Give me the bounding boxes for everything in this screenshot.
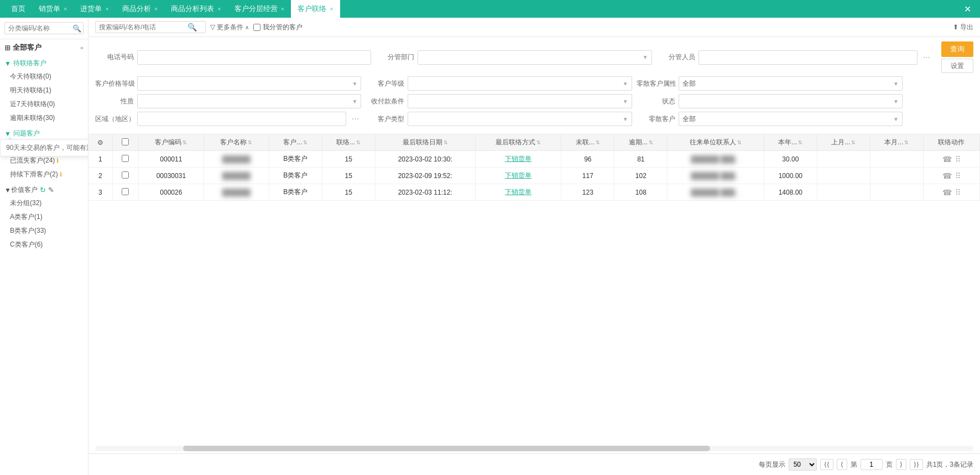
row-checkbox[interactable] bbox=[122, 155, 129, 162]
sidebar-item-c-class[interactable]: C类客户(6) bbox=[0, 238, 88, 252]
td-last-method[interactable]: 下销货单 bbox=[475, 151, 561, 168]
close-productanalysis-icon[interactable]: × bbox=[154, 6, 158, 12]
sidebar-item-declining[interactable]: 持续下滑客户(2) ℹ bbox=[0, 168, 88, 181]
sidebar-item-a-class[interactable]: A类客户(1) bbox=[0, 210, 88, 224]
th-checkbox[interactable] bbox=[112, 134, 138, 151]
page-size-select[interactable]: 50 10 20 100 bbox=[789, 458, 817, 471]
td-checkbox[interactable] bbox=[112, 151, 138, 168]
row-action-more-icon[interactable]: ⠿ bbox=[955, 171, 961, 180]
first-page-button[interactable]: ⟨⟨ bbox=[820, 459, 833, 470]
th-this-month[interactable]: 本月...⇅ bbox=[870, 134, 923, 151]
search-button-icon[interactable]: 🔍 bbox=[187, 23, 197, 32]
sort-icon-thismonth: ⇅ bbox=[904, 140, 909, 145]
sidebar-item-b-class[interactable]: B类客户(33) bbox=[0, 224, 88, 238]
sidebar-item-7day-contact[interactable]: 近7天待联络(0) bbox=[0, 97, 88, 111]
filter-more-button[interactable]: ▽ 更多条件 ∧ bbox=[210, 23, 249, 32]
nav-tab-purchaseorder[interactable]: 进货单 × bbox=[74, 0, 115, 18]
dept-select[interactable]: ▼ bbox=[418, 50, 651, 65]
my-customers-checkbox[interactable] bbox=[253, 24, 260, 31]
search-input[interactable] bbox=[99, 23, 187, 31]
td-index: 1 bbox=[88, 151, 112, 168]
sidebar-search-input[interactable] bbox=[4, 22, 84, 34]
nav-home[interactable]: 首页 bbox=[4, 0, 32, 18]
phone-input[interactable] bbox=[137, 50, 371, 65]
td-checkbox[interactable] bbox=[112, 168, 138, 184]
last-method-link[interactable]: 下销货单 bbox=[505, 171, 531, 179]
row-checkbox[interactable] bbox=[122, 188, 129, 195]
sidebar-collapse-icon[interactable]: « bbox=[80, 44, 84, 51]
th-settings[interactable]: ⚙ bbox=[88, 134, 112, 151]
nav-tab-productanalysis[interactable]: 商品分析 × bbox=[116, 0, 164, 18]
last-page-button[interactable]: ⟩⟩ bbox=[910, 459, 923, 470]
custtype-select[interactable]: ▼ bbox=[408, 112, 632, 126]
refresh-icon[interactable]: ↻ bbox=[40, 186, 46, 194]
row-checkbox[interactable] bbox=[122, 171, 129, 179]
page-number-input[interactable] bbox=[861, 459, 883, 470]
close-productlist-icon[interactable]: × bbox=[217, 6, 221, 12]
select-all-checkbox[interactable] bbox=[122, 138, 129, 145]
retailattr-select[interactable]: 全部 ▼ bbox=[679, 76, 903, 91]
export-button[interactable]: ⬆ 导出 bbox=[953, 23, 973, 32]
th-last-method[interactable]: 最后联络方式⇅ bbox=[475, 134, 561, 151]
row-action-more-icon[interactable]: ⠿ bbox=[955, 188, 961, 197]
td-last-method[interactable]: 下销货单 bbox=[475, 168, 561, 184]
th-custtype[interactable]: 客户...⇅ bbox=[269, 134, 322, 151]
all-customers-title[interactable]: ⊞ 全部客户 « bbox=[0, 39, 88, 56]
sidebar-group-value-title[interactable]: ▼ 价值客户 ↻ ✎ bbox=[0, 182, 88, 196]
nature-select[interactable]: ▼ bbox=[137, 94, 361, 108]
prev-page-button[interactable]: ⟨ bbox=[837, 459, 847, 470]
td-last-method[interactable]: 下销货单 bbox=[475, 184, 561, 201]
nav-tab-customerlayer[interactable]: 客户分层经营 × bbox=[228, 0, 291, 18]
region-more-icon[interactable]: ··· bbox=[350, 114, 361, 124]
my-customers-checkbox-label[interactable]: 我分管的客户 bbox=[253, 23, 303, 32]
payment-select[interactable]: ▼ bbox=[408, 94, 632, 108]
status-select[interactable]: ▼ bbox=[679, 94, 903, 108]
region-select[interactable] bbox=[137, 112, 346, 126]
export-icon: ⬆ bbox=[953, 23, 958, 31]
person-select[interactable] bbox=[698, 50, 918, 65]
th-name[interactable]: 客户名称⇅ bbox=[204, 134, 269, 151]
row-action-contact-icon[interactable]: ☎ bbox=[942, 171, 952, 180]
settings-button[interactable]: 设置 bbox=[941, 59, 973, 73]
th-overdue[interactable]: 逾期...⇅ bbox=[614, 134, 668, 151]
th-no-contact[interactable]: 未联...⇅ bbox=[561, 134, 614, 151]
close-purchaseorder-icon[interactable]: × bbox=[105, 6, 108, 12]
window-close-button[interactable]: ✕ bbox=[960, 4, 976, 14]
retail-select[interactable]: 全部 ▼ bbox=[679, 112, 903, 126]
row-action-contact-icon[interactable]: ☎ bbox=[942, 188, 952, 197]
pricegrde-select[interactable]: ▼ bbox=[137, 76, 361, 91]
th-contact[interactable]: 联络...⇅ bbox=[322, 134, 375, 151]
td-checkbox[interactable] bbox=[112, 184, 138, 201]
th-last-date[interactable]: 最后联络日期⇅ bbox=[375, 134, 475, 151]
sidebar-item-today-contact[interactable]: 今天待联络(0) bbox=[0, 70, 88, 83]
close-customercontact-icon[interactable]: × bbox=[330, 6, 333, 12]
nav-tab-customercontact[interactable]: 客户联络 × bbox=[291, 0, 340, 18]
filter-cell-nature: 性质 ▼ bbox=[95, 94, 361, 108]
next-page-button[interactable]: ⟩ bbox=[896, 459, 906, 470]
close-salesorder-icon[interactable]: × bbox=[64, 6, 67, 12]
query-button[interactable]: 查询 bbox=[941, 41, 973, 57]
nav-tab-productlist[interactable]: 商品分析列表 × bbox=[164, 0, 227, 18]
custgrade-select[interactable]: ▼ bbox=[408, 76, 632, 91]
row-action-contact-icon[interactable]: ☎ bbox=[942, 155, 952, 164]
td-contact: 15 bbox=[322, 184, 375, 201]
sidebar-item-ungroup[interactable]: 未分组(32) bbox=[0, 196, 88, 210]
sidebar-group-waiting-title[interactable]: ▼ 待联络客户 bbox=[0, 56, 88, 70]
sidebar-item-overdue-contact[interactable]: 逾期未联络(30) bbox=[0, 111, 88, 125]
sidebar-item-tomorrow-contact[interactable]: 明天待联络(1) bbox=[0, 83, 88, 97]
row-action-more-icon[interactable]: ⠿ bbox=[955, 155, 961, 164]
th-this-year[interactable]: 本年...⇅ bbox=[764, 134, 817, 151]
close-customerlayer-icon[interactable]: × bbox=[281, 6, 284, 12]
horizontal-scrollbar[interactable] bbox=[95, 446, 973, 451]
th-last-month[interactable]: 上月...⇅ bbox=[817, 134, 870, 151]
nav-tab-salesorder[interactable]: 销货单 × bbox=[32, 0, 74, 18]
edit-icon[interactable]: ✎ bbox=[48, 186, 54, 194]
person-more-icon[interactable]: ··· bbox=[921, 53, 932, 62]
filter-cell-dept: 分管部门 ▼ bbox=[376, 50, 651, 65]
sort-icon-method: ⇅ bbox=[536, 140, 541, 145]
th-contact-person[interactable]: 往来单位联系人⇅ bbox=[668, 134, 764, 151]
last-method-link[interactable]: 下销货单 bbox=[505, 155, 531, 163]
sidebar-group-problem-title[interactable]: ▼ 问题客户 90天未交易的客户，可能有流失风险。 bbox=[0, 126, 88, 140]
last-method-link[interactable]: 下销货单 bbox=[505, 188, 531, 196]
th-code[interactable]: 客户编码⇅ bbox=[138, 134, 204, 151]
